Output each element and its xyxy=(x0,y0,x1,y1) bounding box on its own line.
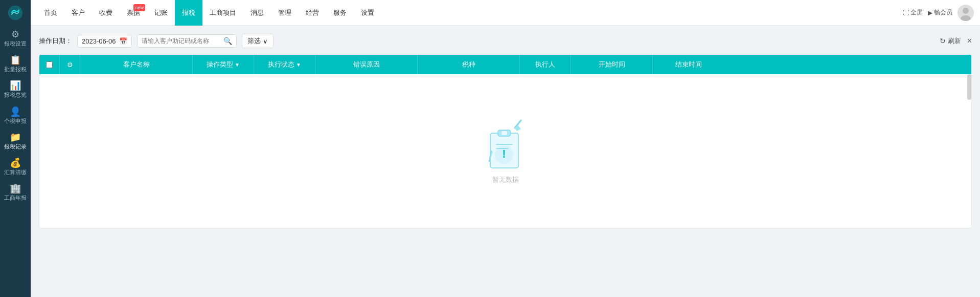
sidebar-item-piliang-baoshui[interactable]: 📋 批量报税 xyxy=(0,51,31,77)
nav-item-baoshui[interactable]: 报税 xyxy=(175,0,202,26)
close-icon: × xyxy=(967,36,972,45)
content-area: 操作日期： 2023-06-06 📅 🔍 筛选 ∨ ↻ 刷新 × xyxy=(31,26,980,297)
date-value: 2023-06-06 xyxy=(82,37,116,45)
toolbar-right: ↻ 刷新 × xyxy=(940,36,972,46)
sort-icon-status: ▼ xyxy=(296,62,301,68)
nav-item-gongshang-xiangmu[interactable]: 工商项目 xyxy=(202,0,243,26)
sidebar-item-baoshui-zonglanjia[interactable]: 📊 报税总览 xyxy=(0,77,31,102)
refresh-icon: ↻ xyxy=(940,37,946,45)
nav-item-shoufei[interactable]: 收费 xyxy=(92,0,120,26)
nav-item-kehu[interactable]: 客户 xyxy=(64,0,92,26)
empty-text: 暂无数据 xyxy=(492,175,519,184)
th-tax-type: 税种 xyxy=(418,55,520,74)
nav-item-jingying[interactable]: 经营 xyxy=(299,0,326,26)
table-body: ! 暂无数据 xyxy=(39,74,971,228)
nav-items: 首页客户收费票据new记账报税工商项目消息管理经营服务设置 xyxy=(37,0,903,26)
th-exec-status[interactable]: 执行状态 ▼ xyxy=(254,55,315,74)
sidebar-item-baoshui-jilu[interactable]: 📁 报税记录 xyxy=(0,129,31,154)
nav-item-shouye[interactable]: 首页 xyxy=(37,0,64,26)
nav-right: ⛶ 全屏 ▶ 畅会员 xyxy=(903,5,974,21)
sidebar-icon-baoshui-zonglanjia: 📊 xyxy=(10,81,21,90)
search-field-wrap: 🔍 xyxy=(137,34,237,48)
th-start-time: 开始时间 xyxy=(571,55,653,74)
nav-item-jizhan[interactable]: 记账 xyxy=(147,0,175,26)
sidebar-logo xyxy=(0,0,31,26)
empty-state: ! 暂无数据 xyxy=(39,74,971,228)
sidebar-item-baoshui-shezhi[interactable]: ⚙ 报税设置 xyxy=(0,26,31,51)
svg-text:!: ! xyxy=(502,147,506,160)
sidebar-item-huisuan-jiaona[interactable]: 💰 汇算清缴 xyxy=(0,154,31,180)
search-button[interactable]: 🔍 xyxy=(219,35,236,47)
sidebar-label-baoshui-zonglanjia: 报税总览 xyxy=(4,92,27,98)
sidebar-icon-baoshui-shezhi: ⚙ xyxy=(11,30,19,39)
th-error-reason: 错误原因 xyxy=(315,55,418,74)
sidebar-label-huisuan-jiaona: 汇算清缴 xyxy=(4,169,27,176)
th-end-time: 结束时间 xyxy=(653,55,724,74)
sidebar-item-geshuishen-bao[interactable]: 👤 个税申报 xyxy=(0,103,31,129)
calendar-icon: 📅 xyxy=(119,37,127,45)
top-navigation: 首页客户收费票据new记账报税工商项目消息管理经营服务设置 ⛶ 全屏 ▶ 畅会员 xyxy=(31,0,980,26)
sort-icon-operation: ▼ xyxy=(235,62,240,68)
date-picker[interactable]: 2023-06-06 📅 xyxy=(77,35,132,48)
nav-item-fuwu[interactable]: 服务 xyxy=(326,0,354,26)
sidebar-item-gongshang-nianban[interactable]: 🏢 工商年报 xyxy=(0,180,31,205)
chevron-down-icon: ∨ xyxy=(263,37,268,45)
member-label: 畅会员 xyxy=(934,8,952,17)
table-header: ⚙ 客户名称 操作类型 ▼ 执行状态 ▼ 错误原因 税种 xyxy=(39,55,971,74)
filter-button[interactable]: 筛选 ∨ xyxy=(242,34,274,48)
sidebar-icon-gongshang-nianban: 🏢 xyxy=(10,184,21,193)
sidebar-label-baoshui-jilu: 报税记录 xyxy=(4,143,27,150)
toolbar: 操作日期： 2023-06-06 📅 🔍 筛选 ∨ ↻ 刷新 × xyxy=(39,34,972,48)
nav-item-shezhi[interactable]: 设置 xyxy=(354,0,381,26)
sidebar-icon-geshuishen-bao: 👤 xyxy=(10,107,21,116)
fullscreen-button[interactable]: ⛶ 全屏 xyxy=(903,8,923,17)
th-checkbox[interactable] xyxy=(39,55,60,74)
th-client-name: 客户名称 xyxy=(80,55,193,74)
refresh-button[interactable]: ↻ 刷新 xyxy=(940,36,961,46)
svg-rect-8 xyxy=(502,131,507,135)
th-executor: 执行人 xyxy=(520,55,571,74)
nav-item-piaoju[interactable]: 票据new xyxy=(120,0,147,26)
svg-point-2 xyxy=(963,8,969,14)
sidebar-icon-piliang-baoshui: 📋 xyxy=(10,55,21,65)
empty-illustration: ! xyxy=(480,118,531,169)
sidebar-label-gongshang-nianban: 工商年报 xyxy=(4,195,27,201)
search-input[interactable] xyxy=(138,35,219,47)
main-area: 首页客户收费票据new记账报税工商项目消息管理经营服务设置 ⛶ 全屏 ▶ 畅会员 xyxy=(31,0,980,297)
badge-piaoju: new xyxy=(133,4,145,11)
sidebar-label-geshuishen-bao: 个税申报 xyxy=(4,118,27,124)
sidebar-label-baoshui-shezhi: 报税设置 xyxy=(4,40,27,47)
settings-icon: ⚙ xyxy=(67,61,73,69)
fullscreen-label: 全屏 xyxy=(910,8,923,17)
th-settings[interactable]: ⚙ xyxy=(60,55,80,74)
nav-item-xiaoxi[interactable]: 消息 xyxy=(243,0,271,26)
sidebar-icon-huisuan-jiaona: 💰 xyxy=(10,158,21,167)
member-button[interactable]: ▶ 畅会员 xyxy=(928,8,952,17)
filter-label: 筛选 xyxy=(247,36,261,46)
member-icon: ▶ xyxy=(928,9,932,16)
sidebar-label-piliang-baoshui: 批量报税 xyxy=(4,66,27,73)
scrollbar-indicator[interactable] xyxy=(967,74,971,100)
date-label: 操作日期： xyxy=(39,36,72,46)
th-operation-type[interactable]: 操作类型 ▼ xyxy=(193,55,254,74)
user-avatar[interactable] xyxy=(958,5,974,21)
fullscreen-icon: ⛶ xyxy=(903,9,909,16)
data-table: ⚙ 客户名称 操作类型 ▼ 执行状态 ▼ 错误原因 税种 xyxy=(39,54,972,228)
sidebar: ⚙ 报税设置 📋 批量报税 📊 报税总览 👤 个税申报 📁 报税记录 💰 汇算清… xyxy=(0,0,31,297)
refresh-label: 刷新 xyxy=(948,36,961,46)
select-all-checkbox[interactable] xyxy=(46,61,53,68)
close-button[interactable]: × xyxy=(967,36,972,46)
nav-item-guanli[interactable]: 管理 xyxy=(271,0,299,26)
sidebar-icon-baoshui-jilu: 📁 xyxy=(10,133,21,142)
